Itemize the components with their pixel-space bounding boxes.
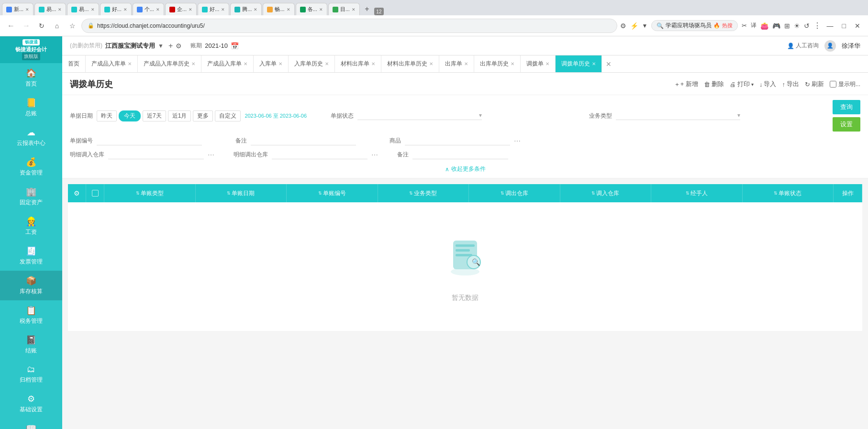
extensions-icon[interactable]: ⚙ (620, 22, 626, 30)
dropdown-icon[interactable]: ▼ (642, 22, 648, 29)
import-button[interactable]: ↓ 导入 (759, 80, 777, 88)
th-doc-date[interactable]: ⇅ 单账日期 (196, 184, 287, 202)
browser-tab[interactable]: 易... ✕ (67, 3, 99, 15)
tab-finished-in-history[interactable]: 产成品入库单历史 ✕ (138, 55, 201, 73)
wallet-icon[interactable]: 👛 (760, 22, 768, 30)
doc-no-input[interactable] (97, 136, 202, 145)
tab-outbound[interactable]: 出库单 ✕ (439, 55, 474, 73)
tab-close-active-icon[interactable]: ✕ (592, 61, 596, 66)
browser-tab[interactable]: 易... ✕ (34, 3, 66, 15)
favorite-button[interactable]: ☆ (66, 20, 78, 32)
goods-more-icon[interactable]: ⋯ (514, 137, 521, 145)
tab-close-icon[interactable]: ✕ (123, 7, 127, 12)
lightning-icon[interactable]: ⚡ (630, 22, 638, 30)
tab-close-icon[interactable]: ✕ (287, 7, 290, 12)
browser-tab[interactable]: 畅... ✕ (263, 3, 294, 15)
status-dropdown[interactable]: ▾ (357, 112, 482, 120)
tab-close-icon[interactable]: ✕ (371, 61, 375, 66)
back-button[interactable]: ← (5, 20, 17, 32)
browser-tab[interactable]: 目... ✕ (328, 3, 360, 15)
new-tab-button[interactable]: + (361, 3, 373, 15)
date-1month-btn[interactable]: 近1月 (168, 110, 191, 121)
th-biz-type[interactable]: ⇅ 业务类型 (378, 184, 469, 202)
settings-filter-button[interactable]: 设置 (833, 117, 860, 132)
tab-close-icon[interactable]: ✕ (128, 61, 132, 66)
refresh-page-button[interactable]: ↻ 刷新 (805, 80, 824, 88)
tab-close-icon[interactable]: ✕ (58, 7, 62, 12)
tab-close-icon[interactable]: ✕ (25, 7, 29, 12)
tab-close-icon[interactable]: ✕ (352, 7, 356, 12)
export-button[interactable]: ↑ 导出 (782, 80, 799, 88)
delete-button[interactable]: 🗑 删除 (704, 80, 724, 88)
browser-tab[interactable]: 新... ✕ (2, 3, 33, 15)
theme-icon[interactable]: ☀ (794, 22, 800, 30)
tab-close-icon[interactable]: ✕ (319, 7, 323, 12)
browser-tab[interactable]: 好... ✕ (198, 3, 229, 15)
th-settings-cell[interactable]: ⚙ (68, 184, 86, 202)
tab-material-out-history[interactable]: 材料出库单历史 ✕ (381, 55, 439, 73)
calendar-icon[interactable]: 📅 (231, 42, 239, 50)
browser-tab[interactable]: 各... ✕ (296, 3, 327, 15)
out-wh-more-icon[interactable]: ⋯ (371, 151, 378, 159)
biz-type-input[interactable] (616, 112, 737, 119)
tab-close-icon[interactable]: ✕ (156, 7, 160, 12)
game-icon[interactable]: 🎮 (772, 22, 780, 30)
sidebar-item-settings[interactable]: ⚙ 基础设置 (0, 389, 62, 418)
header-checkbox[interactable] (92, 190, 99, 197)
date-custom-btn[interactable]: 自定义 (215, 110, 241, 121)
sidebar-item-invoice[interactable]: 🧾 发票管理 (0, 241, 62, 271)
tab-close-icon[interactable]: ✕ (189, 7, 192, 12)
th-doc-type[interactable]: ⇅ 单账类型 (104, 184, 196, 202)
tab-close-icon[interactable]: ✕ (244, 61, 247, 66)
tab-close-icon[interactable]: ✕ (278, 61, 282, 66)
date-today-btn[interactable]: 今天 (119, 110, 141, 121)
tab-transfer-history[interactable]: 调拨单历史 ✕ (556, 55, 602, 73)
company-settings-icon[interactable]: ⚙ (176, 42, 182, 50)
sidebar-item-cloud-report[interactable]: ☁ 云报表中心 (0, 122, 62, 152)
new-button[interactable]: + + 新增 (675, 80, 698, 88)
date-yesterday-btn[interactable]: 昨天 (97, 110, 117, 121)
th-out-wh[interactable]: ⇅ 调出仓库 (469, 184, 560, 202)
tab-close-icon[interactable]: ✕ (91, 7, 95, 12)
browser-tab[interactable]: 好... ✕ (100, 3, 132, 15)
print-button[interactable]: 🖨 打印 ▾ (730, 80, 754, 88)
sidebar-item-salary[interactable]: 👷 工资 (0, 211, 62, 241)
browser-tab[interactable]: 个... ✕ (133, 3, 164, 15)
sidebar-item-funds[interactable]: 💰 资金管理 (0, 152, 62, 182)
window-close[interactable]: ✕ (852, 22, 863, 30)
tab-inbound-history[interactable]: 入库单历史 ✕ (289, 55, 335, 73)
tab-close-icon[interactable]: ✕ (325, 61, 329, 66)
tab-inbound[interactable]: 入库单 ✕ (254, 55, 289, 73)
tab-outbound-history[interactable]: 出库单历史 ✕ (474, 55, 521, 73)
th-status[interactable]: ⇅ 单账状态 (743, 184, 834, 202)
sidebar-item-inventory[interactable]: 📦 库存核算 (0, 271, 62, 300)
out-wh-input[interactable] (272, 150, 367, 159)
in-wh-more-icon[interactable]: ⋯ (208, 151, 214, 159)
scissors-icon[interactable]: ✂ (742, 22, 747, 29)
undo-icon[interactable]: ↺ (804, 22, 810, 30)
collapse-button[interactable]: ∧ 收起更多条件 (445, 165, 486, 173)
browser-tab[interactable]: 企... ✕ (165, 3, 197, 15)
in-wh-input[interactable] (108, 150, 204, 159)
tab-transfer[interactable]: 调拨单 ✕ (521, 55, 556, 73)
address-bar[interactable]: 🔒 https://cloud.chanjet.com/accounting/u… (81, 19, 617, 33)
user-avatar[interactable]: 👤 (824, 40, 836, 52)
biz-type-dropdown[interactable]: ▾ (616, 112, 740, 120)
window-minimize[interactable]: — (824, 22, 836, 30)
refresh-button[interactable]: ↻ (35, 20, 48, 32)
display-checkbox[interactable] (830, 81, 836, 88)
th-handler[interactable]: ⇅ 经手人 (651, 184, 743, 202)
translate-icon[interactable]: 译 (751, 22, 757, 30)
home-button[interactable]: ⌂ (51, 20, 63, 32)
grid-icon[interactable]: ⊞ (784, 22, 790, 30)
company-dropdown-icon[interactable]: ▼ (158, 43, 164, 49)
forward-button[interactable]: → (20, 20, 33, 32)
th-doc-no[interactable]: ⇅ 单账编号 (287, 184, 378, 202)
tab-material-out[interactable]: 材料出库单 ✕ (335, 55, 381, 73)
tab-close-icon[interactable]: ✕ (254, 7, 257, 12)
tab-close-icon[interactable]: ✕ (429, 61, 433, 66)
browser-tab[interactable]: 腾... ✕ (230, 3, 262, 15)
tab-finished-in[interactable]: 产成品入库单 ✕ (86, 55, 138, 73)
sidebar-item-closing[interactable]: 📓 结账 (0, 330, 62, 360)
tab-home[interactable]: 首页 (62, 55, 86, 73)
